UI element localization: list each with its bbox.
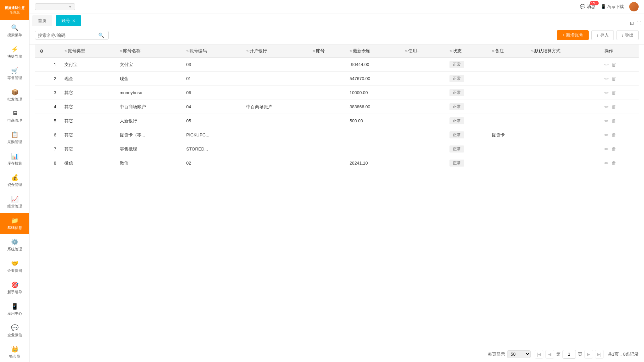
sidebar-item-operations[interactable]: 📈 经营管理 bbox=[0, 191, 29, 213]
delete-button-6[interactable]: 🗑 bbox=[611, 146, 616, 152]
import-button[interactable]: ↑ 导入 bbox=[591, 30, 614, 40]
header-search-input[interactable] bbox=[38, 4, 68, 9]
sidebar-item-finance[interactable]: 💰 资金管理 bbox=[0, 170, 29, 191]
sidebar-item-member[interactable]: 👑 畅会员 bbox=[0, 342, 29, 362]
th-status[interactable]: ⇅状态 bbox=[447, 45, 489, 58]
cell-account-type-1: 现金 bbox=[62, 72, 117, 86]
tab-account[interactable]: 账号 ✕ bbox=[56, 15, 81, 26]
edit-button-0[interactable]: ✏ bbox=[604, 62, 609, 68]
cell-account-name-0: 支付宝 bbox=[117, 58, 184, 72]
search-icon[interactable]: 🔍 bbox=[98, 33, 104, 38]
delete-button-1[interactable]: 🗑 bbox=[611, 76, 616, 81]
th-account-name[interactable]: ⇅账号名称 bbox=[117, 45, 184, 58]
page-input[interactable] bbox=[562, 350, 576, 359]
cell-gear-3 bbox=[35, 100, 48, 114]
user-avatar[interactable] bbox=[629, 2, 639, 11]
top-header: ▼ 💬 消息 99+ 📱 App下载 bbox=[30, 0, 644, 13]
page-prev-button[interactable]: ◀ bbox=[545, 350, 554, 359]
delete-button-7[interactable]: 🗑 bbox=[611, 160, 616, 166]
cell-gear-5 bbox=[35, 128, 48, 142]
th-notes[interactable]: ⇅备注 bbox=[489, 45, 528, 58]
sidebar-item-retail[interactable]: 🛒 零售管理 bbox=[0, 63, 29, 84]
page-next-button[interactable]: ▶ bbox=[584, 350, 593, 359]
cell-default-settlement-7 bbox=[528, 156, 602, 170]
cell-account-name-2: moneybosx bbox=[117, 86, 184, 100]
table-row: 6 其它 提货卡（零... PICKUPC... 正常 提货卡 ✏ 🗑 bbox=[35, 128, 639, 142]
cell-bank-4 bbox=[244, 114, 310, 128]
sidebar-item-quick-nav[interactable]: ⚡ 快捷导航 bbox=[0, 42, 29, 63]
sidebar-label-app-center: 应用中心 bbox=[7, 311, 22, 316]
cell-usage-0 bbox=[402, 58, 447, 72]
sidebar-item-basic-info[interactable]: 📁 基础信息 bbox=[0, 213, 29, 234]
cell-status-6: 正常 bbox=[447, 142, 489, 156]
sidebar-item-enterprise-wechat[interactable]: 💬 企业微信 bbox=[0, 320, 29, 342]
sidebar-label-purchase: 采购管理 bbox=[7, 139, 22, 144]
sidebar-item-purchase[interactable]: 📋 采购管理 bbox=[0, 127, 29, 148]
cell-action-0: ✏ 🗑 bbox=[602, 58, 639, 72]
search-wrap[interactable]: 🔍 bbox=[35, 31, 109, 40]
cell-index-2: 3 bbox=[48, 86, 62, 100]
cell-latest-balance-2: 10000.00 bbox=[347, 86, 402, 100]
edit-button-1[interactable]: ✏ bbox=[604, 76, 609, 82]
page-first-button[interactable]: |◀ bbox=[535, 350, 543, 359]
cell-bank-6 bbox=[244, 142, 310, 156]
edit-button-4[interactable]: ✏ bbox=[604, 118, 609, 124]
tab-home[interactable]: 首页 bbox=[32, 15, 52, 26]
sidebar-icon-member: 👑 bbox=[11, 346, 18, 353]
th-account-type[interactable]: ⇅账号类型 bbox=[62, 45, 117, 58]
tab-account-close[interactable]: ✕ bbox=[72, 18, 75, 23]
sidebar-item-app-center[interactable]: 📱 应用中心 bbox=[0, 299, 29, 320]
sidebar-icon-retail: 🛒 bbox=[11, 67, 18, 74]
th-bank[interactable]: ⇅开户银行 bbox=[244, 45, 310, 58]
th-latest-balance[interactable]: ⇅最新余额 bbox=[347, 45, 402, 58]
th-account-code[interactable]: ⇅账号编码 bbox=[183, 45, 244, 58]
sidebar-item-system[interactable]: ⚙️ 系统管理 bbox=[0, 234, 29, 256]
delete-button-5[interactable]: 🗑 bbox=[611, 132, 616, 138]
cell-account-number-6 bbox=[310, 142, 347, 156]
sidebar-nav: 🔍 搜索菜单 ⚡ 快捷导航 🛒 零售管理 📦 批发管理 🖥 电商管理 📋 采购管… bbox=[0, 20, 29, 362]
cell-index-1: 2 bbox=[48, 72, 62, 86]
page-size-dropdown[interactable]: 50 100 200 bbox=[507, 350, 531, 358]
table-row: 1 支付宝 支付宝 03 -90444.00 正常 ✏ 🗑 bbox=[35, 58, 639, 72]
sidebar-item-search[interactable]: 🔍 搜索菜单 bbox=[0, 20, 29, 42]
sidebar-item-guide[interactable]: 🎯 新手引导 bbox=[0, 277, 29, 299]
cell-action-2: ✏ 🗑 bbox=[602, 86, 639, 100]
gear-icon[interactable]: ⚙ bbox=[40, 49, 44, 54]
cell-usage-1 bbox=[402, 72, 447, 86]
cell-account-code-7: 02 bbox=[183, 156, 244, 170]
tab-fullscreen-icon[interactable]: ⛶ bbox=[637, 20, 641, 26]
delete-button-3[interactable]: 🗑 bbox=[611, 104, 616, 110]
th-default-settlement[interactable]: ⇅默认结算方式 bbox=[528, 45, 602, 58]
sidebar-item-wholesale[interactable]: 📦 批发管理 bbox=[0, 84, 29, 106]
edit-button-3[interactable]: ✏ bbox=[604, 104, 609, 110]
page-label-before: 第 bbox=[556, 351, 560, 357]
sidebar-item-inventory[interactable]: 📊 库存核算 bbox=[0, 148, 29, 170]
sidebar-item-enterprise-agreement[interactable]: 🤝 企业协同 bbox=[0, 256, 29, 277]
cell-latest-balance-5 bbox=[347, 128, 402, 142]
th-usage[interactable]: ⇅使用... bbox=[402, 45, 447, 58]
delete-button-0[interactable]: 🗑 bbox=[611, 62, 616, 67]
edit-button-5[interactable]: ✏ bbox=[604, 132, 609, 138]
header-search-box[interactable]: ▼ bbox=[35, 3, 75, 10]
th-gear[interactable]: ⚙ bbox=[35, 45, 48, 58]
delete-button-4[interactable]: 🗑 bbox=[611, 118, 616, 124]
th-account-number[interactable]: ⇅账号 bbox=[310, 45, 347, 58]
export-button[interactable]: ↓ 导出 bbox=[616, 30, 639, 40]
sidebar-label-enterprise-wechat: 企业微信 bbox=[7, 333, 22, 338]
page-size-label: 每页显示 bbox=[488, 351, 505, 357]
table-row: 4 其它 中百商场账户 04 中百商场账户 383866.00 正常 ✏ 🗑 bbox=[35, 100, 639, 114]
edit-button-7[interactable]: ✏ bbox=[604, 160, 609, 166]
tab-restore-icon[interactable]: ⊡ bbox=[630, 20, 634, 26]
search-input[interactable] bbox=[38, 33, 98, 38]
message-button[interactable]: 💬 消息 99+ bbox=[580, 4, 595, 10]
add-account-button[interactable]: + 新增账号 bbox=[557, 30, 589, 40]
page-last-button[interactable]: ▶| bbox=[595, 350, 604, 359]
cell-gear-6 bbox=[35, 142, 48, 156]
sidebar-item-ecommerce[interactable]: 🖥 电商管理 bbox=[0, 106, 29, 127]
delete-button-2[interactable]: 🗑 bbox=[611, 90, 616, 96]
cell-status-1: 正常 bbox=[447, 72, 489, 86]
edit-button-2[interactable]: ✏ bbox=[604, 90, 609, 96]
edit-button-6[interactable]: ✏ bbox=[604, 146, 609, 152]
cell-account-code-3: 04 bbox=[183, 100, 244, 114]
app-download-button[interactable]: 📱 App下载 bbox=[601, 4, 624, 10]
